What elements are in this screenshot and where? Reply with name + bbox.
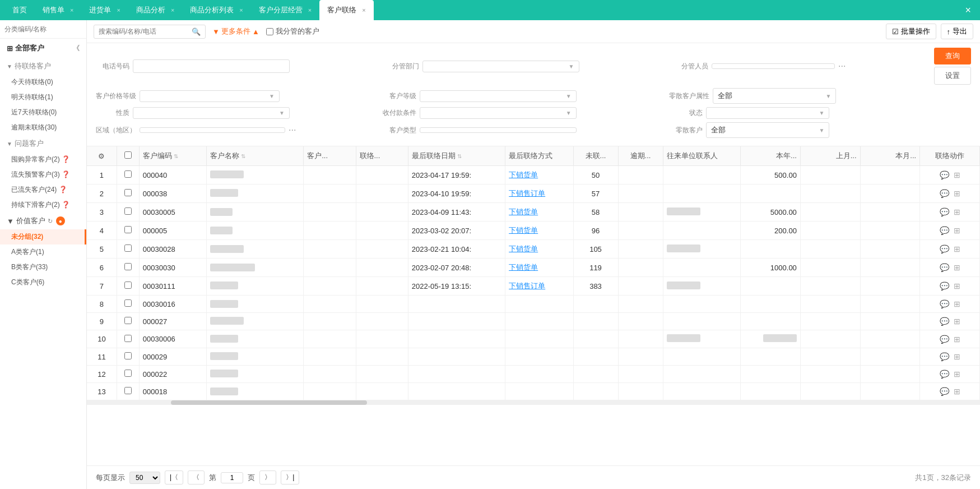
nav-tab-sales[interactable]: 销售单 × (35, 0, 81, 20)
status-select[interactable]: ▼ (706, 107, 829, 119)
message-icon[interactable]: 💬 (940, 170, 949, 179)
nav-tab-customer-contact-close[interactable]: × (362, 7, 365, 13)
row-checkbox[interactable] (124, 299, 132, 307)
sidebar-item-b-class[interactable]: B类客户(33) (0, 260, 86, 275)
select-all-checkbox[interactable] (124, 151, 132, 159)
nav-tab-product-list[interactable]: 商品分析列表 × (182, 0, 250, 20)
customer-level-select[interactable]: ▼ (420, 90, 577, 102)
th-last-way[interactable]: 最后联络方式 (505, 146, 573, 166)
last-way-link[interactable]: 下销货单 (509, 245, 538, 253)
nav-tab-product-close[interactable]: × (171, 7, 174, 13)
query-button[interactable]: 查询 (934, 48, 971, 64)
settings-icon[interactable]: ⚙ (98, 152, 105, 160)
nav-tab-customer-segment[interactable]: 客户分层经营 × (251, 0, 319, 20)
message-icon[interactable]: 💬 (940, 226, 949, 235)
row-checkbox[interactable] (124, 170, 132, 178)
th-check[interactable] (117, 146, 139, 166)
sidebar-collapse-btn[interactable]: 《 (73, 44, 80, 53)
th-contact[interactable]: 联络... (356, 146, 408, 166)
per-page-select[interactable]: 50 20 100 (129, 472, 160, 484)
nav-tab-purchase[interactable]: 进货单 × (81, 0, 128, 20)
reset-button[interactable]: 设置 (934, 67, 971, 85)
prev-page-btn[interactable]: 〈 (188, 470, 205, 485)
sidebar-section-pending[interactable]: ▼ 待联络客户 (0, 58, 86, 75)
cell-check[interactable] (117, 313, 139, 330)
refresh-icon[interactable]: ↻ (48, 218, 53, 225)
horizontal-scrollbar[interactable] (87, 400, 980, 405)
th-code[interactable]: 客户编码 (139, 146, 206, 166)
message-icon[interactable]: 💬 (940, 263, 949, 272)
dept-select[interactable]: ▼ (422, 61, 579, 72)
batch-op-button[interactable]: ☑ 批量操作 (886, 24, 936, 39)
sidebar-item-c-class[interactable]: C类客户(6) (0, 275, 86, 290)
nav-tab-product[interactable]: 商品分析 × (128, 0, 182, 20)
row-checkbox[interactable] (124, 189, 132, 196)
cell-check[interactable] (117, 330, 139, 348)
th-settings[interactable]: ⚙ (87, 146, 117, 166)
row-checkbox[interactable] (124, 263, 132, 270)
sidebar-item-7days[interactable]: 近7天待联络(0) (0, 105, 86, 120)
cell-check[interactable] (117, 383, 139, 400)
message-icon[interactable]: 💬 (940, 282, 949, 290)
nature-select[interactable]: ▼ (133, 107, 290, 119)
cell-check[interactable] (117, 366, 139, 383)
cell-check[interactable] (117, 277, 139, 296)
sidebar-item-declining[interactable]: 持续下滑客户(2) ❓ (0, 197, 86, 213)
sidebar-item-abnormal[interactable]: 囤购异常客户(2) ❓ (0, 152, 86, 167)
row-checkbox[interactable] (124, 282, 132, 289)
last-page-btn[interactable]: 〉| (281, 470, 299, 485)
grid-action-icon[interactable]: ⊞ (954, 299, 960, 308)
th-last-month[interactable]: 上月... (800, 146, 860, 166)
row-checkbox[interactable] (124, 335, 132, 342)
row-checkbox[interactable] (124, 245, 132, 252)
last-way-link[interactable]: 下销货单 (509, 263, 538, 271)
message-icon[interactable]: 💬 (940, 317, 949, 326)
last-way-link[interactable]: 下销货单 (509, 207, 538, 216)
last-way-link[interactable]: 下销货单 (509, 170, 538, 179)
export-button[interactable]: ↑ 导出 (941, 24, 974, 39)
manager-more-btn[interactable]: ··· (838, 61, 846, 71)
cell-check[interactable] (117, 259, 139, 277)
grid-action-icon[interactable]: ⊞ (954, 317, 960, 326)
payment-select[interactable]: ▼ (420, 107, 577, 119)
my-customers-checkbox[interactable] (266, 28, 273, 35)
sidebar-item-lost[interactable]: 已流失客户(24) ❓ (0, 182, 86, 197)
sidebar-search-input[interactable] (4, 25, 87, 33)
filter-search-box[interactable]: 🔍 (94, 25, 206, 39)
th-contacts[interactable]: 往来单位联系人 (663, 146, 741, 166)
sparse-select[interactable]: 全部 ▼ (706, 122, 829, 138)
nav-tab-product-list-close[interactable]: × (239, 7, 243, 13)
th-last-date[interactable]: 最后联络日期 (408, 146, 505, 166)
last-way-link[interactable]: 下销货单 (509, 226, 538, 234)
message-icon[interactable]: 💬 (940, 299, 949, 308)
first-page-btn[interactable]: |〈 (165, 470, 183, 485)
message-icon[interactable]: 💬 (940, 387, 949, 396)
sidebar-item-today[interactable]: 今天待联络(0) (0, 75, 86, 90)
last-way-link[interactable]: 下销售订单 (509, 189, 545, 197)
price-level-select[interactable]: ▼ (140, 90, 280, 102)
row-checkbox[interactable] (124, 352, 132, 359)
next-page-btn[interactable]: 〉 (259, 470, 276, 485)
th-this-month[interactable]: 本月... (860, 146, 920, 166)
message-icon[interactable]: 💬 (940, 207, 949, 216)
row-checkbox[interactable] (124, 370, 132, 377)
grid-action-icon[interactable]: ⊞ (954, 207, 960, 216)
sidebar-item-ungroup[interactable]: 未分组(32) (0, 229, 86, 245)
region-input[interactable] (140, 127, 285, 133)
manager-input[interactable] (712, 63, 835, 69)
row-checkbox[interactable] (124, 226, 132, 233)
filter-search-input[interactable] (99, 27, 188, 35)
cell-check[interactable] (117, 166, 139, 184)
grid-action-icon[interactable]: ⊞ (954, 387, 960, 396)
last-way-link[interactable]: 下销售订单 (509, 282, 545, 290)
customer-type-select[interactable] (420, 127, 577, 133)
grid-action-icon[interactable]: ⊞ (954, 189, 960, 198)
cell-check[interactable] (117, 203, 139, 222)
message-icon[interactable]: 💬 (940, 189, 949, 198)
row-checkbox[interactable] (124, 207, 132, 215)
sidebar-all-customers[interactable]: ⊞ 全部客户 《 (0, 39, 86, 58)
row-checkbox[interactable] (124, 387, 132, 394)
filter-search-icon[interactable]: 🔍 (192, 27, 201, 36)
nav-tab-sales-close[interactable]: × (70, 7, 73, 13)
grid-action-icon[interactable]: ⊞ (954, 226, 960, 235)
